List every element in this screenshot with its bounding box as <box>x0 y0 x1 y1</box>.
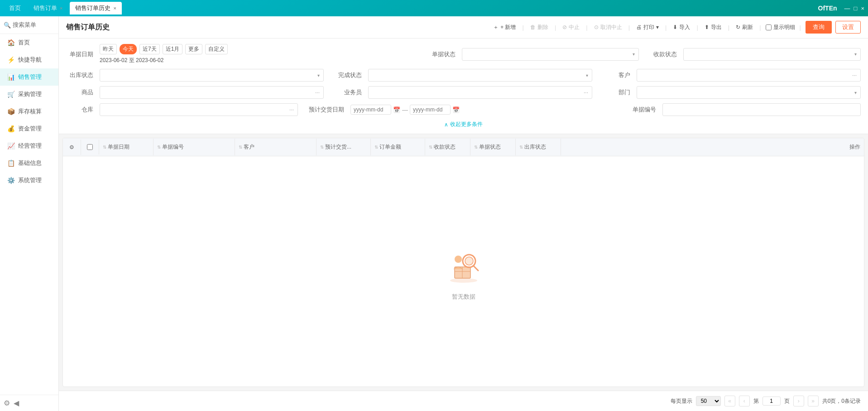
calendar-from-icon[interactable]: 📅 <box>393 106 400 113</box>
receipt-status-select[interactable]: ▾ <box>683 48 861 61</box>
last-page-icon: » <box>811 398 815 404</box>
toolbar-stop-btn[interactable]: ⊘ 中止 <box>561 23 581 32</box>
first-page-btn[interactable]: « <box>724 396 735 406</box>
date-btn-more[interactable]: 更多 <box>185 44 202 54</box>
th-checkbox[interactable] <box>81 140 99 155</box>
tab-sales-order-history[interactable]: 销售订单历史 × <box>70 2 121 15</box>
customer-label: 客户 <box>603 71 630 79</box>
page-header: 销售订单历史 ＋ + 新增 | 🗑 删除 | ⊘ 中止 | ⊙ <box>59 16 868 39</box>
order-status-label: 单据状态 <box>428 50 456 58</box>
tab-sales-order-history-close[interactable]: × <box>113 5 116 11</box>
warehouse-dots-icon: ··· <box>289 106 294 113</box>
sidebar-item-operations[interactable]: 📈 经营管理 <box>0 137 58 155</box>
page-size-select[interactable]: 50 10 20 100 <box>696 396 721 406</box>
sidebar-item-purchase[interactable]: 🛒 采购管理 <box>0 86 58 103</box>
warehouse-input[interactable]: ··· <box>100 103 298 116</box>
toolbar-cancel-stop-btn[interactable]: ⊙ 取消中止 <box>592 23 624 32</box>
th-out[interactable]: ⇅ 出库状态 <box>516 139 561 155</box>
last-page-btn[interactable]: » <box>808 396 819 406</box>
th-code[interactable]: ⇅ 单据编号 <box>153 139 235 155</box>
finance-icon: 💰 <box>7 125 14 132</box>
toolbar-print-btn[interactable]: 🖨 打印 ▾ <box>634 23 661 32</box>
main-layout: 🔍 搜索菜单 🏠 首页 ⚡ 快捷导航 📊 销售管理 🛒 采购管理 📦 库存核算 … <box>0 16 868 411</box>
sidebar-item-base[interactable]: 📋 基础信息 <box>0 155 58 172</box>
filter-delivery-date: 预计交货日期 📅 — 📅 <box>309 105 618 115</box>
toolbar-delete-btn[interactable]: 🗑 删除 <box>528 23 550 32</box>
page-number-input[interactable] <box>762 396 781 406</box>
first-page-icon: « <box>728 398 731 404</box>
filter-complete-status: 完成状态 ▾ <box>335 69 592 82</box>
delivery-date-to[interactable] <box>410 105 451 115</box>
sales-icon: 📊 <box>7 73 14 81</box>
select-all-checkbox[interactable] <box>87 144 93 150</box>
sidebar-item-sales[interactable]: 📊 销售管理 <box>0 68 58 86</box>
empty-state: 暂无数据 <box>63 156 864 387</box>
window-minimize[interactable]: — <box>844 5 850 12</box>
th-amount[interactable]: ⇅ 订单金额 <box>371 139 425 155</box>
prev-page-btn[interactable]: ‹ <box>739 396 750 406</box>
sidebar-item-inventory[interactable]: 📦 库存核算 <box>0 103 58 120</box>
window-maximize[interactable]: □ <box>854 5 858 12</box>
setting-button[interactable]: 设置 <box>835 21 861 34</box>
complete-status-select[interactable]: ▾ <box>368 69 592 82</box>
sidebar-item-quick-nav[interactable]: ⚡ 快捷导航 <box>0 51 58 68</box>
date-btn-today[interactable]: 今天 <box>120 44 137 54</box>
th-status[interactable]: ⇅ 单据状态 <box>470 139 516 155</box>
toolbar-export-btn[interactable]: ⬆ 导出 <box>703 23 724 32</box>
query-button[interactable]: 查询 <box>806 21 832 34</box>
order-status-select[interactable]: ▾ <box>462 48 639 61</box>
out-status-select[interactable]: ▾ <box>100 69 324 82</box>
delivery-date-from[interactable] <box>350 105 391 115</box>
base-icon: 📋 <box>7 160 14 167</box>
tab-sales-order-close[interactable]: × <box>60 5 62 11</box>
th-delivery[interactable]: ⇅ 预计交货... <box>317 139 371 155</box>
th-action: 操作 <box>561 139 864 155</box>
pagination: 每页显示 50 10 20 100 « ‹ 第 页 › » 共0页，0条记录 <box>59 391 868 411</box>
window-close[interactable]: × <box>861 5 864 12</box>
sidebar-item-finance[interactable]: 💰 资金管理 <box>0 120 58 137</box>
collapse-link[interactable]: ∧ 收起更多条件 <box>66 121 861 128</box>
th-customer[interactable]: ⇅ 客户 <box>235 139 317 155</box>
order-code-input[interactable] <box>662 103 861 116</box>
date-btn-yesterday[interactable]: 昨天 <box>100 44 117 54</box>
sidebar-collapse-btn[interactable]: ◀ <box>14 399 19 407</box>
export-icon: ⬆ <box>705 24 709 30</box>
svg-point-7 <box>455 256 462 263</box>
th-receipt[interactable]: ⇅ 收款状态 <box>425 139 470 155</box>
toolbar-import-btn[interactable]: ⬇ 导入 <box>671 23 692 32</box>
date-btn-custom[interactable]: 自定义 <box>205 44 228 54</box>
calendar-to-icon[interactable]: 📅 <box>452 106 460 113</box>
toolbar-new-btn[interactable]: ＋ + 新增 <box>491 23 518 32</box>
department-label: 部门 <box>603 88 630 97</box>
sidebar-item-home[interactable]: 🏠 首页 <box>0 34 58 51</box>
filter-customer: 客户 ··· <box>603 69 861 82</box>
date-btn-7days[interactable]: 近7天 <box>139 44 160 54</box>
filter-row-2: 出库状态 ▾ 完成状态 ▾ 客户 <box>66 69 861 82</box>
th-date[interactable]: ⇅ 单据日期 <box>99 139 153 155</box>
tab-sales-order[interactable]: 销售订单 × <box>28 2 68 15</box>
sidebar-search[interactable]: 🔍 搜索菜单 <box>0 16 58 34</box>
sort-icon-date: ⇅ <box>103 145 106 150</box>
show-detail-checkbox-label[interactable]: 显示明细 <box>766 24 795 31</box>
print-arrow-icon: ▾ <box>656 24 659 30</box>
next-page-btn[interactable]: › <box>793 396 804 406</box>
th-settings[interactable]: ⚙ <box>63 140 81 155</box>
department-select[interactable]: ▾ <box>637 86 861 99</box>
sidebar-item-system[interactable]: ⚙️ 系统管理 <box>0 172 58 189</box>
date-range-bar: 昨天 今天 近7天 近1月 更多 自定义 <box>100 44 417 54</box>
order-code-label: 单据编号 <box>629 106 656 114</box>
date-btn-1month[interactable]: 近1月 <box>163 44 183 54</box>
receipt-status-label: 收款状态 <box>650 50 677 58</box>
show-detail-checkbox[interactable] <box>766 24 772 30</box>
toolbar-refresh-btn[interactable]: ↻ 刷新 <box>734 23 755 32</box>
collapse-up-icon: ∧ <box>444 121 448 128</box>
sidebar-settings-btn[interactable]: ⚙ <box>4 399 10 407</box>
customer-input[interactable]: ··· <box>637 69 861 82</box>
top-bar: 首页 销售订单 × 销售订单历史 × OfTEn — □ × <box>0 0 868 16</box>
page-title: 销售订单历史 <box>66 23 110 32</box>
tab-home[interactable]: 首页 <box>4 2 26 15</box>
search-icon: 🔍 <box>4 22 11 29</box>
sort-icon-delivery: ⇅ <box>320 145 324 150</box>
product-input[interactable]: ··· <box>100 86 324 99</box>
salesman-input[interactable]: ··· <box>368 86 592 99</box>
